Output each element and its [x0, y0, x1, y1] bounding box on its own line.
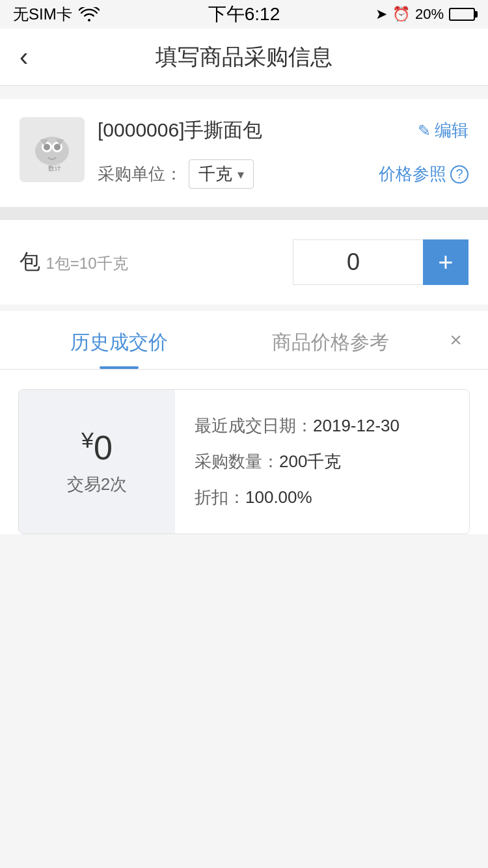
unit-select-dropdown[interactable]: 千克 ▾ [189, 159, 254, 189]
discount-value: 100.00% [245, 487, 312, 507]
tabs-header: 历史成交价 商品价格参考 × [0, 311, 488, 370]
wifi-icon [79, 7, 100, 21]
product-name: [0000006]手撕面包 [98, 117, 262, 144]
back-button[interactable]: ‹ [13, 36, 34, 78]
quantity-plus-button[interactable]: + [423, 239, 468, 285]
edit-icon: ✎ [418, 122, 431, 140]
svg-point-0 [35, 137, 69, 165]
alarm-icon: ⏰ [392, 6, 410, 23]
price-ref-label: 价格参照 [379, 163, 446, 185]
battery-pct: 20% [415, 6, 444, 23]
section-divider [0, 207, 488, 220]
unit-area: 采购单位： 千克 ▾ [98, 159, 254, 189]
status-time: 下午6:12 [208, 2, 280, 27]
price-number: 0 [94, 429, 113, 467]
plus-icon: + [438, 248, 453, 277]
transaction-details: 最近成交日期：2019-12-30 采购数量：200千克 折扣：100.00% [175, 390, 469, 534]
product-card: 数计 [0000006]手撕面包 ✎ 编辑 采购单位： 千克 ▾ [0, 99, 488, 207]
price-reference-button[interactable]: 价格参照 ? [379, 163, 468, 185]
status-right: ➤ ⏰ 20% [375, 6, 475, 23]
transaction-discount-row: 折扣：100.00% [195, 485, 450, 510]
tab-history-price[interactable]: 历史成交价 [13, 311, 225, 369]
unit-value: 千克 [198, 163, 232, 185]
unit-label: 采购单位： [98, 163, 182, 185]
product-logo-icon: 数计 [29, 126, 75, 173]
carrier-label: 无SIM卡 [13, 4, 72, 25]
page-title: 填写商品采购信息 [156, 42, 332, 72]
quantity-input[interactable] [293, 239, 423, 285]
status-left: 无SIM卡 [13, 4, 100, 25]
product-top: 数计 [0000006]手撕面包 ✎ 编辑 采购单位： 千克 ▾ [20, 117, 468, 189]
tab2-label: 商品价格参考 [272, 331, 389, 353]
tab1-label: 历史成交价 [70, 331, 168, 353]
unit-bag-area: 包 1包=10千克 [20, 248, 128, 277]
currency-symbol: ¥ [81, 427, 94, 452]
transaction-date-row: 最近成交日期：2019-12-30 [195, 413, 450, 439]
transaction-price-area: ¥0 交易2次 [19, 390, 175, 534]
transaction-count: 交易2次 [67, 473, 127, 496]
help-icon: ? [450, 165, 468, 183]
tabs-close-button[interactable]: × [437, 315, 475, 365]
bottom-empty-area [0, 554, 488, 868]
edit-button[interactable]: ✎ 编辑 [418, 119, 468, 142]
transaction-price-value: ¥0 [81, 427, 113, 467]
svg-text:数计: 数计 [48, 165, 61, 172]
edit-label: 编辑 [435, 119, 468, 142]
close-icon: × [450, 328, 462, 351]
location-icon: ➤ [375, 6, 387, 23]
quantity-row: 包 1包=10千克 + [0, 220, 488, 305]
qty-value: 200千克 [279, 452, 341, 471]
qty-label: 采购数量： [195, 452, 279, 471]
unit-bag-label: 包 [20, 250, 40, 273]
product-unit-row: 采购单位： 千克 ▾ 价格参照 ? [98, 159, 468, 189]
date-label: 最近成交日期： [195, 416, 313, 435]
dropdown-arrow-icon: ▾ [237, 167, 244, 182]
status-bar: 无SIM卡 下午6:12 ➤ ⏰ 20% [0, 0, 488, 29]
battery-icon [449, 8, 475, 21]
product-row-top: [0000006]手撕面包 ✎ 编辑 [98, 117, 468, 144]
product-info: [0000006]手撕面包 ✎ 编辑 采购单位： 千克 ▾ 价格参照 ? [98, 117, 468, 189]
transaction-card: ¥0 交易2次 最近成交日期：2019-12-30 采购数量：200千克 折扣：… [18, 389, 470, 534]
quantity-input-area: + [141, 239, 468, 285]
tab-product-price-ref[interactable]: 商品价格参考 [225, 311, 437, 369]
header: ‹ 填写商品采购信息 [0, 29, 488, 86]
product-thumbnail: 数计 [20, 117, 85, 182]
transaction-qty-row: 采购数量：200千克 [195, 449, 450, 474]
tabs-panel: 历史成交价 商品价格参考 × ¥0 交易2次 最近成交日期：2019-12-30… [0, 311, 488, 534]
discount-label: 折扣： [195, 487, 245, 507]
date-value: 2019-12-30 [313, 416, 400, 435]
unit-conversion-label: 1包=10千克 [46, 254, 128, 272]
